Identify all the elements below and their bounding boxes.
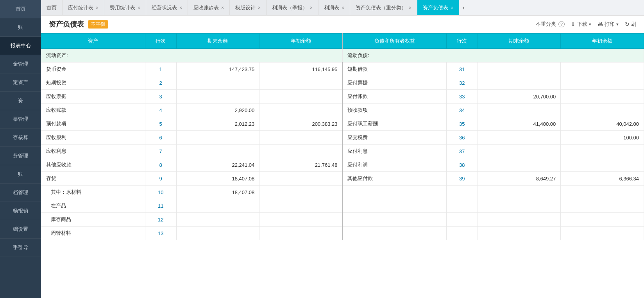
start-balance2[interactable] bbox=[561, 90, 644, 103]
asset-name[interactable]: 应收利息 bbox=[41, 145, 145, 158]
end-balance2[interactable]: 8,649.27 bbox=[478, 172, 561, 186]
asset-name[interactable]: 预付款项 bbox=[41, 117, 145, 131]
liab-name[interactable]: 应付账款 bbox=[342, 90, 446, 103]
end-balance2[interactable] bbox=[478, 199, 561, 213]
start-balance2[interactable] bbox=[561, 199, 644, 213]
asset-name[interactable]: 货币资金 bbox=[41, 62, 145, 76]
liab-name[interactable]: 预收款项 bbox=[342, 103, 446, 117]
tab-close-expense-stats[interactable]: × bbox=[138, 5, 140, 11]
sidebar-item-account2[interactable]: 账 bbox=[0, 165, 41, 184]
liab-name[interactable] bbox=[342, 213, 446, 227]
tab-expense-stats[interactable]: 费用统计表 × bbox=[104, 0, 146, 16]
start-balance[interactable] bbox=[259, 90, 343, 103]
start-balance[interactable]: 116,145.95 bbox=[259, 62, 343, 76]
end-balance2[interactable] bbox=[478, 145, 561, 158]
liab-name[interactable]: 应付票据 bbox=[342, 76, 446, 90]
end-balance[interactable]: 22,241.04 bbox=[176, 158, 259, 172]
sidebar-item-reports[interactable]: 报表中心 bbox=[0, 37, 41, 55]
tab-close-operation-status[interactable]: × bbox=[179, 5, 182, 11]
asset-name[interactable]: 应收票据 bbox=[41, 90, 145, 103]
action-download[interactable]: ⇓ 下载 ▾ bbox=[571, 21, 591, 28]
end-balance[interactable] bbox=[176, 90, 259, 103]
liab-name[interactable] bbox=[342, 199, 446, 213]
sidebar-item-guide[interactable]: 手引导 bbox=[0, 239, 41, 257]
start-balance2[interactable]: 6,366.34 bbox=[561, 172, 644, 186]
tab-profit[interactable]: 利润表 × bbox=[318, 0, 350, 16]
end-balance[interactable]: 2,920.00 bbox=[176, 103, 259, 117]
start-balance2[interactable] bbox=[561, 76, 644, 90]
asset-name[interactable]: 存货 bbox=[41, 172, 145, 186]
action-print[interactable]: 🖶 打印 ▾ bbox=[597, 21, 619, 28]
start-balance2[interactable] bbox=[561, 145, 644, 158]
end-balance2[interactable] bbox=[478, 76, 561, 90]
start-balance2[interactable] bbox=[561, 158, 644, 172]
end-balance2[interactable] bbox=[478, 213, 561, 227]
end-balance[interactable]: 2,012.23 bbox=[176, 117, 259, 131]
sidebar-item-tickets[interactable]: 票管理 bbox=[0, 110, 41, 128]
start-balance2[interactable] bbox=[561, 103, 644, 117]
start-balance[interactable]: 21,761.48 bbox=[259, 158, 343, 172]
start-balance2[interactable] bbox=[561, 227, 644, 240]
start-balance2[interactable] bbox=[561, 62, 644, 76]
action-refresh[interactable]: ↻ 刷 bbox=[625, 21, 636, 28]
end-balance2[interactable]: 41,400.00 bbox=[478, 117, 561, 131]
start-balance[interactable] bbox=[259, 131, 343, 145]
start-balance[interactable] bbox=[259, 213, 343, 227]
sidebar-item-expense[interactable]: 畅报销 bbox=[0, 202, 41, 220]
start-balance[interactable] bbox=[259, 199, 343, 213]
start-balance[interactable] bbox=[259, 172, 343, 186]
sidebar-item-account[interactable]: 账 bbox=[0, 18, 41, 37]
liab-name[interactable]: 其他应付款 bbox=[342, 172, 446, 186]
end-balance[interactable] bbox=[176, 227, 259, 240]
end-balance2[interactable] bbox=[478, 186, 561, 199]
end-balance[interactable]: 147,423.75 bbox=[176, 62, 259, 76]
asset-name[interactable]: 在产品 bbox=[41, 199, 145, 213]
tab-scroll-right[interactable]: › bbox=[459, 0, 467, 16]
start-balance[interactable] bbox=[259, 76, 343, 90]
end-balance[interactable] bbox=[176, 76, 259, 90]
sidebar-item-services[interactable]: 务管理 bbox=[0, 147, 41, 165]
end-balance2[interactable] bbox=[478, 158, 561, 172]
tab-profit-quarterly[interactable]: 利润表（季报） × bbox=[267, 0, 318, 16]
tab-payable-stats[interactable]: 应付统计表 × bbox=[63, 0, 104, 16]
asset-name[interactable]: 周转材料 bbox=[41, 227, 145, 240]
end-balance[interactable] bbox=[176, 199, 259, 213]
start-balance2[interactable]: 40,042.00 bbox=[561, 117, 644, 131]
tab-close-receivable-aging[interactable]: × bbox=[221, 5, 224, 11]
tab-receivable-aging[interactable]: 应收账龄表 × bbox=[188, 0, 230, 16]
sidebar-item-home[interactable]: 首页 bbox=[0, 0, 41, 18]
start-balance2[interactable]: 100.00 bbox=[561, 131, 644, 145]
end-balance[interactable] bbox=[176, 131, 259, 145]
end-balance2[interactable]: 20,700.00 bbox=[478, 90, 561, 103]
action-category[interactable]: 不重分类 ? bbox=[536, 21, 565, 28]
tab-template-design[interactable]: 模版设计 × bbox=[230, 0, 267, 16]
liab-name[interactable] bbox=[342, 227, 446, 240]
end-balance[interactable]: 18,407.08 bbox=[176, 186, 259, 199]
sidebar-item-finance[interactable]: 金管理 bbox=[0, 55, 41, 73]
end-balance[interactable]: 18,407.08 bbox=[176, 172, 259, 186]
start-balance[interactable]: 200,383.23 bbox=[259, 117, 343, 131]
tab-close-balance-sheet[interactable]: × bbox=[451, 5, 453, 11]
liab-name[interactable]: 应付利息 bbox=[342, 145, 446, 158]
tab-close-payable-stats[interactable]: × bbox=[96, 5, 98, 11]
end-balance2[interactable] bbox=[478, 62, 561, 76]
start-balance[interactable] bbox=[259, 145, 343, 158]
asset-name[interactable]: 库存商品 bbox=[41, 213, 145, 227]
tab-operation-status[interactable]: 经营状况表 × bbox=[146, 0, 188, 16]
start-balance2[interactable] bbox=[561, 213, 644, 227]
start-balance[interactable] bbox=[259, 186, 343, 199]
start-balance[interactable] bbox=[259, 103, 343, 117]
tab-balance-reclassified[interactable]: 资产负债表（重分类） × bbox=[350, 0, 417, 16]
asset-name[interactable]: 应收股利 bbox=[41, 131, 145, 145]
sidebar-item-files[interactable]: 档管理 bbox=[0, 184, 41, 202]
sidebar-item-settings[interactable]: 础设置 bbox=[0, 220, 41, 239]
tab-close-profit-quarterly[interactable]: × bbox=[310, 5, 313, 11]
end-balance2[interactable] bbox=[478, 103, 561, 117]
end-balance2[interactable] bbox=[478, 227, 561, 240]
asset-name[interactable]: 其中：原材料 bbox=[41, 186, 145, 199]
tab-close-balance-reclassified[interactable]: × bbox=[409, 5, 411, 11]
liab-name[interactable]: 短期借款 bbox=[342, 62, 446, 76]
tab-close-template-design[interactable]: × bbox=[258, 5, 261, 11]
asset-name[interactable]: 其他应收款 bbox=[41, 158, 145, 172]
tab-close-profit[interactable]: × bbox=[342, 5, 344, 11]
